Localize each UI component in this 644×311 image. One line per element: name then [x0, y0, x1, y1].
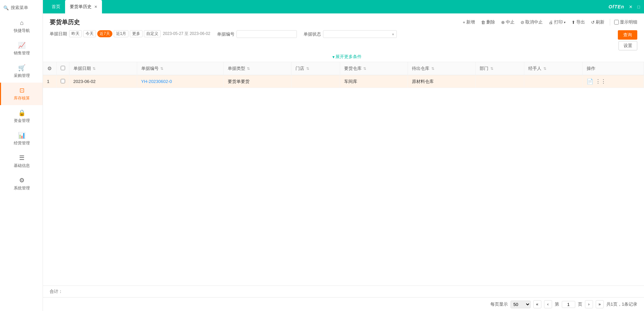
page-number-input[interactable]	[562, 301, 575, 308]
sidebar-item-quick-nav[interactable]: ⌂ 快捷导航	[0, 15, 43, 38]
brand-label: OfTEn	[608, 4, 624, 9]
main-area: 首页 要货单历史 ✕ OfTEn ✕ □ 要货单历史 + 新增	[43, 0, 644, 311]
col-pending-warehouse: 待出仓库 ⇅	[408, 62, 476, 75]
window-close-button[interactable]: ✕	[629, 4, 633, 9]
row-actions: 📄 ⋮⋮	[582, 75, 644, 88]
tab-requisition-label: 要货单历史	[70, 4, 92, 10]
query-button[interactable]: 查询	[618, 30, 637, 40]
action-icons: 📄 ⋮⋮	[587, 78, 640, 85]
sidebar-item-label: 系统管理	[14, 185, 30, 191]
row-index: 1	[43, 75, 56, 88]
filter-area: 单据日期 昨天 今天 近7天 近1月 更多 自定义 2023-05-27 至 2…	[50, 30, 637, 54]
cancel-stop-button[interactable]: ⊘ 取消中止	[519, 18, 544, 26]
status-label: 单据状态	[304, 31, 321, 37]
expand-icon: ▾	[332, 54, 335, 59]
date-btn-more[interactable]: 更多	[130, 30, 143, 37]
sidebar-search[interactable]: 🔍 搜索菜单	[0, 0, 43, 15]
first-page-button[interactable]: «	[533, 300, 541, 308]
status-input[interactable]	[323, 30, 397, 38]
stop-label: 中止	[506, 19, 515, 25]
col-type-label: 单据类型	[228, 66, 245, 71]
order-no-label: 单据编号	[217, 31, 234, 37]
next-page-button[interactable]: ›	[585, 300, 593, 308]
stop-button[interactable]: ⊗ 中止	[500, 18, 516, 26]
sidebar-item-label: 销售管理	[14, 50, 30, 56]
col-department: 部门 ⇅	[476, 62, 524, 75]
settings-button[interactable]: 设置	[619, 41, 637, 50]
sort-req-warehouse-icon[interactable]: ⇅	[363, 66, 366, 71]
page-label: 第	[555, 301, 559, 307]
date-btn-7days[interactable]: 近7天	[97, 30, 112, 37]
sort-order-no-icon[interactable]: ⇅	[160, 66, 163, 71]
sidebar-item-finance[interactable]: 🔒 资金管理	[0, 105, 43, 128]
table-settings-icon[interactable]: ⚙	[47, 65, 52, 71]
export-label: 导出	[576, 19, 585, 25]
window-maximize-button[interactable]: □	[637, 4, 640, 9]
col-order-no-label: 单据编号	[141, 66, 159, 71]
export-icon: ⬆	[572, 20, 575, 25]
query-buttons: 查询 设置	[618, 30, 637, 50]
refresh-label: 刷新	[596, 19, 604, 25]
sort-department-icon[interactable]: ⇅	[490, 66, 493, 71]
order-no-link[interactable]: YH-20230602-0	[141, 79, 172, 84]
print-label: 打印	[554, 19, 563, 25]
date-btn-1month[interactable]: 近1月	[114, 30, 129, 37]
date-buttons: 昨天 今天 近7天 近1月 更多 自定义	[69, 30, 161, 37]
delete-button[interactable]: 🗑 删除	[480, 18, 496, 26]
expand-more-button[interactable]: ▾ 展开更多条件	[332, 54, 362, 60]
sidebar-item-label: 库存核算	[14, 95, 30, 101]
prev-page-button[interactable]: ‹	[544, 300, 552, 308]
sidebar-item-basic[interactable]: ☰ 基础信息	[0, 150, 43, 173]
refresh-button[interactable]: ↺ 刷新	[590, 18, 606, 26]
page-title: 要货单历史	[50, 18, 80, 26]
order-no-input[interactable]	[236, 30, 297, 38]
delete-icon: 🗑	[481, 20, 485, 25]
display-detail-toggle[interactable]: 显示明细	[614, 19, 637, 25]
row-checkbox[interactable]	[61, 79, 65, 83]
more-action-icon[interactable]: ⋮⋮	[595, 78, 606, 85]
tab-requisition-history[interactable]: 要货单历史 ✕	[65, 0, 102, 13]
date-btn-yesterday[interactable]: 昨天	[69, 30, 82, 37]
print-button[interactable]: 🖨 打印 ▾	[547, 18, 567, 26]
tab-close-icon[interactable]: ✕	[94, 5, 97, 9]
operations-icon: 📊	[18, 132, 25, 139]
sort-type-icon[interactable]: ⇅	[247, 66, 250, 71]
col-handler-label: 经手人	[528, 66, 541, 71]
col-req-warehouse-label: 要货仓库	[344, 66, 362, 71]
sidebar-item-label: 资金管理	[14, 118, 30, 124]
topbar: 首页 要货单历史 ✕ OfTEn ✕ □	[43, 0, 644, 13]
basic-icon: ☰	[19, 154, 24, 162]
per-page-select[interactable]: 20 50 100	[511, 301, 531, 308]
sidebar-item-inventory[interactable]: ⊡ 库存核算	[0, 83, 43, 105]
per-page-label: 每页显示	[490, 301, 508, 307]
row-department	[476, 75, 524, 88]
last-page-button[interactable]: »	[596, 300, 604, 308]
col-handler: 经手人 ⇅	[524, 62, 583, 75]
sort-store-icon[interactable]: ⇅	[306, 66, 309, 71]
tab-home[interactable]: 首页	[47, 0, 65, 13]
date-btn-today[interactable]: 今天	[83, 30, 96, 37]
sort-handler-icon[interactable]: ⇅	[543, 66, 546, 71]
search-icon: 🔍	[3, 5, 9, 10]
sort-date-icon[interactable]: ⇅	[93, 66, 96, 71]
sidebar-item-operations[interactable]: 📊 经营管理	[0, 128, 43, 150]
page-title-row: 要货单历史 + 新增 🗑 删除 ⊗ 中止 ⊘	[50, 18, 637, 26]
col-pending-warehouse-label: 待出仓库	[412, 66, 429, 71]
print-icon: 🖨	[549, 20, 553, 25]
select-all-checkbox[interactable]	[61, 66, 65, 70]
export-button[interactable]: ⬆ 导出	[570, 18, 586, 26]
sidebar-item-purchase[interactable]: 🛒 采购管理	[0, 60, 43, 83]
display-detail-checkbox[interactable]	[614, 20, 619, 25]
display-detail-label: 显示明细	[620, 19, 637, 25]
sidebar-item-sales[interactable]: 📈 销售管理	[0, 38, 43, 60]
new-label: 新增	[466, 19, 475, 25]
system-icon: ⚙	[19, 177, 24, 184]
sidebar-item-system[interactable]: ⚙ 系统管理	[0, 173, 43, 195]
col-department-label: 部门	[480, 66, 488, 71]
view-action-icon[interactable]: 📄	[587, 78, 593, 85]
sort-pending-warehouse-icon[interactable]: ⇅	[431, 66, 434, 71]
date-btn-custom[interactable]: 自定义	[144, 30, 161, 37]
col-date-label: 单据日期	[73, 66, 91, 71]
col-req-warehouse: 要货仓库 ⇅	[340, 62, 408, 75]
new-button[interactable]: + 新增	[461, 18, 476, 26]
